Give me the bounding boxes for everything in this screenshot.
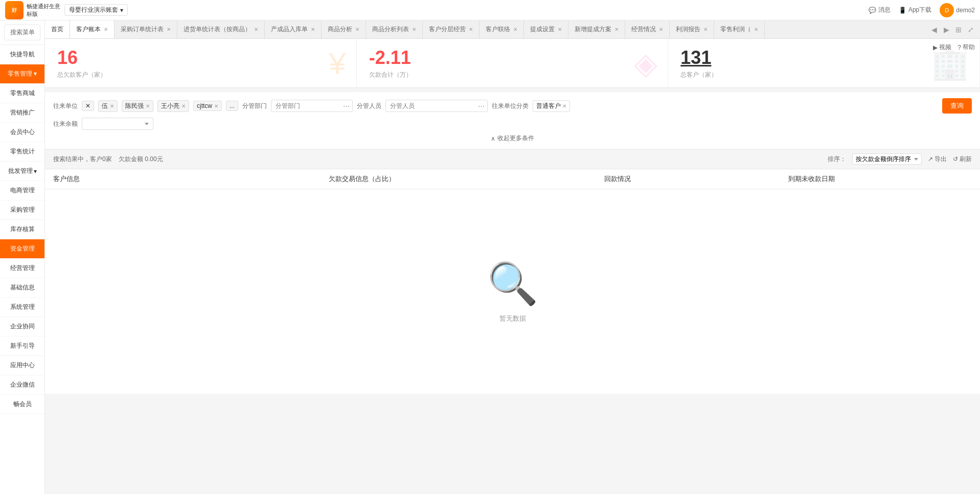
- tab-goods-analysis[interactable]: 商品分析 ✕: [322, 20, 366, 39]
- video-link[interactable]: ▶ 视频: [933, 43, 951, 52]
- dept-filter-label: 分管部门: [242, 102, 267, 110]
- sidebar-item-ecommerce[interactable]: 电商管理: [0, 181, 44, 200]
- remove-tag-wu[interactable]: ✕: [110, 103, 114, 109]
- export-button[interactable]: ↗ 导出: [928, 155, 947, 164]
- help-link[interactable]: ? 帮助: [958, 43, 975, 52]
- tab-prev-btn[interactable]: ◀: [929, 25, 939, 35]
- company-select[interactable]: 母婴行业演示账套 ▾: [64, 4, 128, 16]
- tab-close-8[interactable]: ✕: [513, 27, 517, 32]
- refresh-button[interactable]: ↺ 刷新: [953, 155, 972, 164]
- sidebar-item-finance[interactable]: 资金管理: [0, 239, 44, 259]
- sidebar-item-basic[interactable]: 基础信息: [0, 278, 44, 298]
- sidebar-item-newuser[interactable]: 新手引导: [0, 336, 44, 356]
- tab-close-5[interactable]: ✕: [355, 27, 359, 32]
- tab-close-11[interactable]: ✕: [659, 27, 663, 32]
- sort-label: 排序：: [828, 155, 846, 164]
- tab-customer-contact[interactable]: 客户联络 ✕: [480, 20, 524, 39]
- sidebar-item-appcenter[interactable]: 应用中心: [0, 356, 44, 375]
- dept-filter-dots[interactable]: ⋯: [343, 102, 350, 110]
- filter-tag-more[interactable]: ...: [226, 101, 238, 111]
- remove-tag-wang[interactable]: ✕: [181, 103, 186, 109]
- remove-tag-cjttcw[interactable]: ✕: [214, 103, 218, 109]
- sidebar-item-marketing[interactable]: 营销推广: [0, 103, 44, 123]
- tab-new-raise[interactable]: 新增提成方案 ✕: [568, 20, 625, 39]
- tab-next-btn[interactable]: ▶: [941, 25, 951, 35]
- tab-goods-list[interactable]: 商品分析列表 ✕: [366, 20, 423, 39]
- filter-tag-wu[interactable]: 伍 ✕: [98, 100, 118, 112]
- message-btn[interactable]: 💬 消息: [869, 6, 891, 14]
- query-button[interactable]: 查询: [942, 98, 972, 114]
- tag-label: cjttcw: [197, 102, 212, 109]
- sidebar-item-wholesale[interactable]: 批发管理 ▾: [0, 162, 44, 181]
- person-filter-input[interactable]: [385, 100, 488, 112]
- sidebar-item-retail[interactable]: 零售管理 ▾: [0, 64, 44, 84]
- category-tag[interactable]: 普通客户 ✕: [533, 100, 570, 112]
- filter-tag-chen[interactable]: 陈民强 ✕: [122, 100, 153, 112]
- logo-icon: 好: [5, 1, 24, 19]
- tab-customer[interactable]: 客户账本 ✕: [70, 20, 115, 39]
- tab-fullscreen-btn[interactable]: ⤢: [966, 25, 976, 35]
- app-download-btn[interactable]: 📱 App下载: [899, 6, 931, 14]
- tab-production[interactable]: 产成品入库单 ✕: [265, 20, 322, 39]
- chevron-down-icon: ▾: [34, 70, 37, 77]
- remove-tag-chen[interactable]: ✕: [146, 103, 150, 109]
- sidebar-item-shop[interactable]: 零售商城: [0, 84, 44, 103]
- filter-tag-remove-btn[interactable]: ✕: [82, 101, 94, 111]
- sidebar-item-inventory[interactable]: 库存核算: [0, 220, 44, 239]
- remove-category-tag[interactable]: ✕: [562, 103, 566, 109]
- tab-purchase-order[interactable]: 采购订单统计表 ✕: [115, 20, 177, 39]
- person-filter-dots[interactable]: ⋯: [478, 102, 485, 110]
- search-menu-button[interactable]: 搜索菜单: [4, 25, 40, 40]
- tab-profit[interactable]: 利润报告 ✕: [670, 20, 714, 39]
- tab-close-12[interactable]: ✕: [703, 27, 708, 32]
- sidebar-item-quicknav[interactable]: 快捷导航: [0, 45, 44, 64]
- tab-expand-btn[interactable]: ⊞: [953, 25, 964, 35]
- sidebar-item-stats[interactable]: 零售统计: [0, 142, 44, 162]
- chevron-down-icon: ▾: [34, 168, 37, 175]
- tab-operation[interactable]: 经营情况 ✕: [625, 20, 670, 39]
- tab-customer-tier[interactable]: 客户分层经营 ✕: [423, 20, 480, 39]
- tab-raise-settings[interactable]: 提成设置 ✕: [524, 20, 568, 39]
- total-customers-label: 总客户（家）: [680, 71, 967, 79]
- top-bar: 好 畅捷通好生意 标版 母婴行业演示账套 ▾ 💬 消息 📱 App下载 D de…: [0, 0, 980, 20]
- col-customer-info: 客户信息: [53, 174, 329, 184]
- help-links: ▶ 视频 ? 帮助: [933, 43, 975, 52]
- tab-close-10[interactable]: ✕: [614, 27, 619, 32]
- tab-close-7[interactable]: ✕: [469, 27, 473, 32]
- sidebar-item-system[interactable]: 系统管理: [0, 298, 44, 317]
- sidebar-item-operation[interactable]: 经营管理: [0, 259, 44, 278]
- table-body: 🔍 暂无数据: [45, 189, 980, 394]
- sidebar-item-enterprise[interactable]: 企业协同: [0, 317, 44, 336]
- tab-close-4[interactable]: ✕: [311, 27, 315, 32]
- sidebar-item-wechat[interactable]: 企业微信: [0, 375, 44, 395]
- export-icon: ↗: [928, 155, 933, 163]
- tab-close-customer[interactable]: ✕: [104, 27, 108, 32]
- filter-tag-wang[interactable]: 王小亮 ✕: [157, 100, 189, 112]
- collapse-button[interactable]: ∧ 收起更多条件: [53, 134, 972, 143]
- tag-label: 陈民强: [125, 102, 144, 110]
- tab-close-2[interactable]: ✕: [167, 27, 171, 32]
- tag-label: 王小亮: [161, 102, 179, 110]
- remainder-filter-select[interactable]: [82, 118, 153, 130]
- tab-retail-profit[interactable]: 零售利润（ ✕: [714, 20, 765, 39]
- data-table: 客户信息 欠款交易信息（占比） 回款情况 到期未收款日期 🔍 暂无数据: [45, 169, 980, 394]
- chevron-up-icon: ∧: [491, 135, 495, 142]
- user-menu[interactable]: D demo2: [940, 3, 975, 17]
- download-icon: 📱: [899, 7, 906, 14]
- tab-instock[interactable]: 进货单统计表（按商品） ✕: [177, 20, 265, 39]
- sort-select[interactable]: 按欠款金额倒序排序: [852, 153, 922, 165]
- tab-close-6[interactable]: ✕: [412, 27, 416, 32]
- sidebar-item-member[interactable]: 会员中心: [0, 123, 44, 142]
- tab-close-13[interactable]: ✕: [754, 27, 758, 32]
- tab-close-9[interactable]: ✕: [558, 27, 562, 32]
- filter-tag-cjttcw[interactable]: cjttcw ✕: [193, 101, 222, 111]
- tab-home[interactable]: 首页: [45, 20, 70, 39]
- tab-close-3[interactable]: ✕: [254, 27, 258, 32]
- dept-filter-input[interactable]: [271, 100, 353, 112]
- results-actions: 排序： 按欠款金额倒序排序 ↗ 导出 ↺ 刷新: [828, 153, 972, 165]
- sidebar: 搜索菜单 快捷导航 零售管理 ▾ 零售商城 营销推广 会员中心 零售统计 批发管…: [0, 20, 45, 494]
- sidebar-search-area: 搜索菜单: [0, 20, 44, 45]
- sidebar-item-purchase[interactable]: 采购管理: [0, 200, 44, 220]
- person-filter-label: 分管人员: [357, 102, 381, 110]
- sidebar-item-vip[interactable]: 畅会员: [0, 395, 44, 414]
